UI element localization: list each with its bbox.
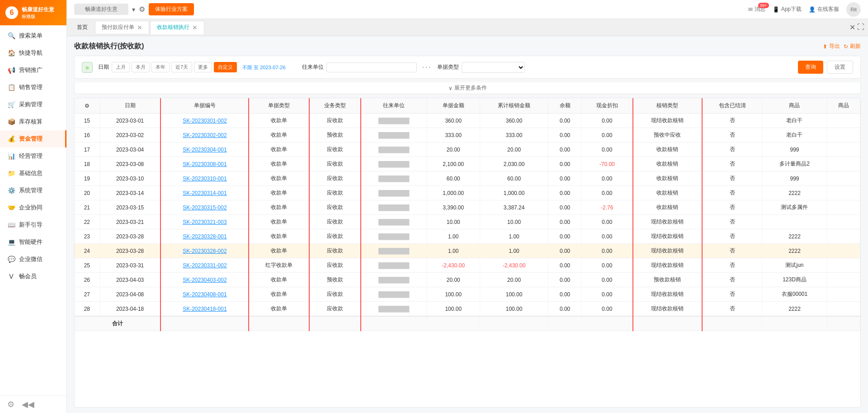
row-partner: ████████	[361, 114, 427, 128]
sidebar-item-wechat[interactable]: 💬企业微信	[0, 251, 66, 268]
topbar: 畅康道好生意 ▾ ⚙ 体验行业方案 ✉ 消息 99+ 📱 App下载 👤 在线客…	[67, 0, 868, 19]
bill-no-link[interactable]: SK-20230315-002	[183, 204, 226, 211]
sidebar-item-system[interactable]: ⚙️系统管理	[0, 182, 66, 199]
row-partner: ████████	[361, 157, 427, 171]
tab-collection[interactable]: 收款核销执行 ✕	[150, 21, 204, 34]
row-goods2	[827, 244, 860, 258]
bill-no-link[interactable]: SK-20230321-003	[183, 219, 226, 225]
row-no: 24	[75, 244, 99, 258]
sidebar-item-sales[interactable]: 📋销售管理	[0, 79, 66, 96]
bill-no-link[interactable]: SK-20230328-002	[183, 248, 226, 254]
tab-collection-close-icon[interactable]: ✕	[192, 24, 198, 31]
table-row[interactable]: 16 2023-03-02 SK-20230302-002 收款单 预收款 ██…	[75, 128, 860, 142]
sidebar-item-marketing[interactable]: 📢营销推广	[0, 62, 66, 79]
filter-expand-button[interactable]: »	[82, 62, 93, 73]
tabs-close-all-icon[interactable]: ✕	[849, 23, 855, 32]
row-amount: 100.00	[427, 287, 480, 302]
table-row[interactable]: 23 2023-03-28 SK-20230328-001 收款单 应收款 ██…	[75, 229, 860, 244]
row-no: 23	[75, 229, 99, 244]
refresh-button[interactable]: ↻ 刷新	[844, 43, 861, 50]
row-accumulated: 10.00	[480, 215, 548, 229]
sidebar-item-inventory[interactable]: 📦库存核算	[0, 113, 66, 130]
export-button[interactable]: ⬆ 导出	[823, 43, 840, 50]
online-service-button[interactable]: 👤 在线客服	[809, 5, 839, 13]
table-row[interactable]: 27 2023-04-08 SK-20230408-001 收款单 应收款 ██…	[75, 287, 860, 302]
page-actions: ⬆ 导出 ↻ 刷新	[823, 43, 861, 50]
custom-date-btn[interactable]: 自定义	[214, 62, 237, 72]
row-settled: 否	[702, 273, 762, 287]
sidebar-item-enterprise[interactable]: 🤝企业协同	[0, 199, 66, 216]
row-bill-type: 收款单	[249, 128, 309, 142]
this-year-btn[interactable]: 本年	[151, 62, 170, 72]
query-button[interactable]: 查询	[798, 61, 823, 74]
bill-no-link[interactable]: SK-20230403-002	[183, 277, 226, 283]
topbar-gear-icon[interactable]: ⚙	[139, 5, 145, 14]
bill-no-link[interactable]: SK-20230301-002	[183, 118, 226, 124]
tab-payable[interactable]: 预付款应付单 ✕	[95, 21, 149, 34]
table-row[interactable]: 21 2023-03-15 SK-20230315-002 收款单 应收款 ██…	[75, 200, 860, 215]
row-settled: 否	[702, 287, 762, 302]
bill-no-link[interactable]: SK-20230302-002	[183, 132, 226, 138]
bill-no-link[interactable]: SK-20230304-001	[183, 147, 226, 153]
messages-button[interactable]: ✉ 消息 99+	[748, 5, 765, 13]
user-avatar[interactable]: Rit	[846, 2, 861, 17]
row-balance: 0.00	[548, 157, 581, 171]
bill-type-select[interactable]	[462, 62, 525, 73]
sidebar-item-basic[interactable]: 📁基础信息	[0, 165, 66, 182]
bill-no-link[interactable]: SK-20230308-001	[183, 161, 226, 167]
solution-button[interactable]: 体验行业方案	[149, 3, 194, 15]
sidebar-nav: 🔍搜索菜单🏠快捷导航📢营销推广📋销售管理🛒采购管理📦库存核算💰资金管理📊经营管理…	[0, 25, 66, 395]
sidebar-item-quick-nav[interactable]: 🏠快捷导航	[0, 44, 66, 62]
bill-no-link[interactable]: SK-20230418-001	[183, 306, 226, 312]
bill-no-link[interactable]: SK-20230328-001	[183, 233, 226, 240]
table-row[interactable]: 24 2023-03-28 SK-20230328-002 收款单 应收款 ██…	[75, 244, 860, 258]
row-settled: 否	[702, 142, 762, 157]
table-row[interactable]: 19 2023-03-10 SK-20230310-001 收款单 应收款 ██…	[75, 171, 860, 186]
table-row[interactable]: 25 2023-03-31 SK-20230331-002 红字收款单 应收款 …	[75, 258, 860, 273]
expand-conditions-button[interactable]: ∨ 展开更多条件	[74, 82, 861, 94]
table-row[interactable]: 18 2023-03-08 SK-20230308-001 收款单 应收款 ██…	[75, 157, 860, 171]
tabs-expand-icon[interactable]: ⛶	[857, 23, 864, 32]
bill-no-link[interactable]: SK-20230408-001	[183, 291, 226, 298]
row-accumulated: 333.00	[480, 128, 548, 142]
row-date: 2023-03-14	[99, 186, 160, 200]
row-bill-no: SK-20230328-001	[160, 229, 249, 244]
sidebar-item-search-menu[interactable]: 🔍搜索菜单	[0, 27, 66, 44]
table-row[interactable]: 20 2023-03-14 SK-20230314-001 收款单 应收款 ██…	[75, 186, 860, 200]
this-month-btn[interactable]: 本月	[132, 62, 150, 72]
sidebar-item-operation[interactable]: 📊经营管理	[0, 147, 66, 165]
settings-icon[interactable]: ⚙	[7, 399, 14, 409]
row-goods2	[827, 171, 860, 186]
sidebar-item-member[interactable]: V畅会员	[0, 268, 66, 285]
table-row[interactable]: 15 2023-03-01 SK-20230301-002 收款单 应收款 ██…	[75, 114, 860, 128]
last-month-btn[interactable]: 上月	[112, 62, 130, 72]
tab-payable-close-icon[interactable]: ✕	[137, 24, 142, 31]
bill-no-link[interactable]: SK-20230314-001	[183, 190, 226, 196]
row-biz-type: 预收款	[309, 128, 361, 142]
collapse-icon[interactable]: ◀◀	[22, 399, 34, 409]
partner-input[interactable]	[326, 62, 417, 72]
last-7days-btn[interactable]: 近7天	[171, 62, 192, 72]
sidebar-item-hardware[interactable]: 💻智能硬件	[0, 233, 66, 251]
table-row[interactable]: 26 2023-04-03 SK-20230403-002 收款单 预收款 ██…	[75, 273, 860, 287]
topbar-dropdown-icon[interactable]: ▾	[132, 6, 135, 13]
row-goods2	[827, 287, 860, 302]
app-download-button[interactable]: 📱 App下载	[773, 5, 802, 13]
col-accumulated: 累计核销金额	[480, 98, 548, 114]
table-row[interactable]: 22 2023-03-21 SK-20230321-003 收款单 应收款 ██…	[75, 215, 860, 229]
sidebar-item-finance[interactable]: 💰资金管理	[0, 130, 66, 147]
row-biz-type: 应收款	[309, 302, 361, 317]
main-content: 畅康道好生意 ▾ ⚙ 体验行业方案 ✉ 消息 99+ 📱 App下载 👤 在线客…	[67, 0, 868, 413]
table-total-row: 合计	[75, 316, 860, 331]
more-btn[interactable]: 更多	[194, 62, 212, 72]
col-settings[interactable]: ⚙	[75, 98, 99, 114]
sidebar-item-guide[interactable]: 📖新手引导	[0, 216, 66, 233]
table-row[interactable]: 28 2023-04-18 SK-20230418-001 收款单 应收款 ██…	[75, 302, 860, 317]
filter-settings-button[interactable]: 设置	[827, 61, 853, 74]
data-table-container: ⚙ 日期 单据编号 单据类型 业务类型 往来单位 单据金额 累计核销金额 余额 …	[74, 98, 861, 408]
bill-no-link[interactable]: SK-20230331-002	[183, 262, 226, 269]
table-row[interactable]: 17 2023-03-04 SK-20230304-001 收款单 应收款 ██…	[75, 142, 860, 157]
tab-home[interactable]: 首页	[71, 21, 94, 34]
bill-no-link[interactable]: SK-20230310-001	[183, 176, 226, 182]
sidebar-item-purchase[interactable]: 🛒采购管理	[0, 96, 66, 113]
